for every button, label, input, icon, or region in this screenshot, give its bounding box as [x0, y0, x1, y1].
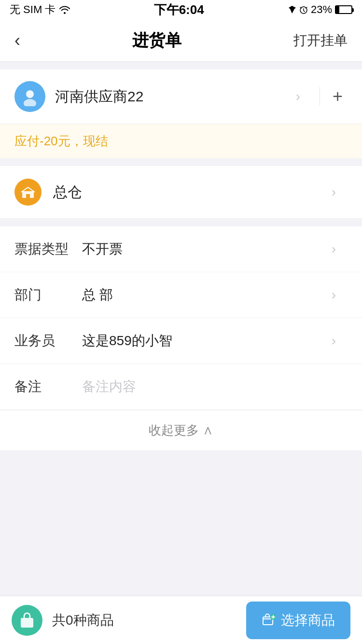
alarm-icon	[299, 5, 308, 14]
warehouse-icon	[14, 179, 42, 206]
status-carrier: 无 SIM 卡	[10, 2, 70, 17]
invoice-type-label: 票据类型	[14, 240, 72, 258]
supplier-avatar	[14, 81, 45, 112]
salesperson-chevron-icon: ›	[332, 333, 336, 349]
svg-rect-5	[21, 618, 33, 628]
notice-bar: 应付-20元，现结	[0, 124, 362, 158]
collapse-row[interactable]: 收起更多 ∧	[0, 410, 362, 450]
carrier-text: 无 SIM 卡	[10, 2, 56, 17]
salesperson-value: 这是859的小智	[72, 332, 332, 350]
product-count: 共0种商品	[52, 611, 246, 630]
warehouse-section: 总仓 ›	[0, 166, 362, 219]
salesperson-row[interactable]: 业务员 这是859的小智 ›	[0, 318, 362, 364]
remark-row[interactable]: 备注 备注内容	[0, 364, 362, 410]
status-bar: 无 SIM 卡 下午6:04 23%	[0, 0, 362, 19]
vertical-divider	[320, 87, 320, 106]
remark-placeholder: 备注内容	[72, 378, 348, 396]
svg-rect-4	[26, 194, 30, 198]
battery-percent: 23%	[311, 3, 332, 16]
warehouse-chevron-icon: ›	[332, 184, 336, 200]
svg-point-2	[24, 99, 36, 106]
back-button[interactable]: ‹	[14, 30, 20, 51]
location-icon	[288, 5, 296, 14]
status-icons: 23%	[288, 3, 352, 16]
warehouse-row[interactable]: 总仓 ›	[0, 166, 362, 219]
add-button[interactable]: +	[328, 86, 348, 107]
invoice-type-value: 不开票	[72, 240, 332, 258]
notice-text: 应付-20元，现结	[14, 134, 108, 148]
department-row[interactable]: 部门 总 部 ›	[0, 272, 362, 318]
cart-icon	[262, 613, 276, 628]
department-label: 部门	[14, 286, 72, 304]
remark-label: 备注	[14, 378, 72, 396]
section-divider-2	[0, 158, 362, 166]
invoice-type-chevron-icon: ›	[332, 241, 336, 257]
status-time: 下午6:04	[154, 1, 204, 18]
form-section: 票据类型 不开票 › 部门 总 部 › 业务员 这是859的小智 › 备注 备注…	[0, 226, 362, 450]
nav-bar: ‹ 进货单 打开挂单	[0, 19, 362, 62]
section-divider-1	[0, 62, 362, 70]
supplier-name: 河南供应商22	[55, 87, 296, 107]
select-product-label: 选择商品	[281, 611, 335, 630]
product-icon-wrap	[12, 605, 42, 636]
battery-icon	[335, 5, 352, 14]
select-product-button[interactable]: 选择商品	[246, 602, 350, 639]
department-chevron-icon: ›	[332, 287, 336, 303]
salesperson-label: 业务员	[14, 332, 72, 350]
supplier-row[interactable]: 河南供应商22 › +	[0, 70, 362, 124]
section-divider-3	[0, 219, 362, 226]
gray-background	[0, 458, 362, 555]
product-bar: 共0种商品 选择商品	[0, 596, 362, 644]
wifi-icon	[59, 5, 70, 14]
department-value: 总 部	[72, 286, 332, 304]
shopping-bag-icon	[18, 611, 36, 630]
open-pending-button[interactable]: 打开挂单	[293, 31, 348, 50]
page-title: 进货单	[132, 29, 181, 52]
svg-point-1	[26, 90, 34, 98]
invoice-type-row[interactable]: 票据类型 不开票 ›	[0, 226, 362, 272]
warehouse-name: 总仓	[53, 182, 332, 202]
collapse-button[interactable]: 收起更多 ∧	[149, 422, 213, 439]
section-divider-4	[0, 450, 362, 458]
supplier-chevron-icon: ›	[296, 89, 300, 104]
supplier-section: 河南供应商22 › + 应付-20元，现结	[0, 70, 362, 158]
